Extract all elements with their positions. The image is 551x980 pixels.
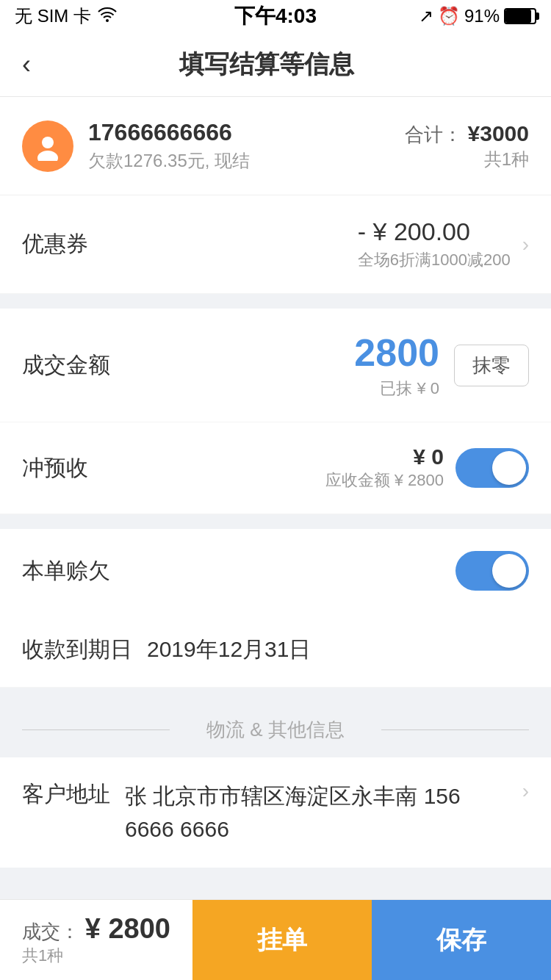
round-button[interactable]: 抹零 (454, 345, 529, 386)
bottom-count: 共1种 (22, 945, 170, 967)
wifi-icon (97, 6, 118, 26)
logistics-text: 物流 & 其他信息 (206, 717, 345, 743)
coupon-row[interactable]: 优惠券 - ¥ 200.00 全场6折满1000减200 › (0, 195, 551, 294)
svg-point-1 (37, 151, 58, 161)
customer-phone: 17666666666 (88, 119, 250, 146)
bottom-bar: 成交： ¥ 2800 共1种 挂单 保存 (0, 899, 551, 980)
nav-bar: ‹ 填写结算等信息 (0, 32, 551, 97)
total-count: 共1种 (405, 148, 529, 171)
prepay-toggle[interactable] (455, 448, 529, 488)
battery-icon (504, 8, 536, 24)
amount-section: 成交金额 2800 已抹 ¥ 0 抹零 冲预收 ¥ 0 应收金额 ¥ 2800 (0, 309, 551, 514)
coupon-label: 优惠券 (22, 229, 88, 259)
prepay-value: ¥ 0 (325, 444, 444, 469)
status-right: ↗ ⏰ 91% (419, 6, 536, 26)
amount-sub: 已抹 ¥ 0 (354, 378, 439, 400)
total-value: ¥3000 (468, 121, 529, 145)
status-time: 下午4:03 (234, 2, 317, 30)
hang-single-button[interactable]: 挂单 (192, 900, 372, 980)
customer-card: 17666666666 欠款1276.35元, 现结 合计： ¥3000 共1种 (0, 97, 551, 195)
address-chevron: › (522, 779, 529, 803)
section-divider-2 (0, 514, 551, 529)
due-date-label: 收款到期日 (22, 635, 132, 665)
toggle-knob (492, 451, 526, 485)
back-button[interactable]: ‹ (22, 49, 31, 80)
content-area: 17666666666 欠款1276.35元, 现结 合计： ¥3000 共1种… (0, 97, 551, 980)
coupon-desc: 全场6折满1000减200 (358, 249, 511, 271)
due-date-value: 2019年12月31日 (147, 635, 311, 665)
battery-percent: 91% (464, 6, 500, 26)
amount-row: 成交金额 2800 已抹 ¥ 0 抹零 (0, 309, 551, 422)
total-label: 合计： (405, 123, 462, 145)
bottom-amount: ¥ 2800 (85, 913, 170, 944)
section-divider-3 (0, 688, 551, 702)
coupon-chevron: › (522, 233, 529, 256)
status-bar: 无 SIM 卡 下午4:03 ↗ ⏰ 91% (0, 0, 551, 32)
address-label: 客户地址 (22, 779, 110, 810)
coupon-value: - ¥ 200.00 (358, 217, 511, 246)
address-row[interactable]: 客户地址 张 北京市市辖区海淀区永丰南 156 6666 6666 › (0, 757, 551, 868)
avatar (22, 120, 73, 172)
save-button[interactable]: 保存 (372, 900, 551, 980)
svg-point-0 (42, 137, 54, 148)
debt-row: 本单赊欠 (0, 529, 551, 613)
prepay-sub: 应收金额 ¥ 2800 (325, 469, 444, 491)
prepay-label: 冲预收 (22, 453, 88, 483)
amount-value: 2800 (354, 331, 439, 375)
address-value: 张 北京市市辖区海淀区永丰南 156 6666 6666 (125, 779, 508, 846)
section-divider-1 (0, 294, 551, 309)
debt-toggle-knob (492, 554, 526, 588)
bottom-label: 成交： (22, 920, 79, 943)
due-date-row: 收款到期日 2019年12月31日 (0, 613, 551, 688)
prepay-row: 冲预收 ¥ 0 应收金额 ¥ 2800 (0, 422, 551, 514)
page-title: 填写结算等信息 (46, 48, 488, 82)
location-icon: ↗ (419, 6, 433, 26)
bottom-summary: 成交： ¥ 2800 共1种 (0, 913, 192, 967)
logistics-divider: 物流 & 其他信息 (0, 702, 551, 757)
customer-debt: 欠款1276.35元, 现结 (88, 149, 250, 173)
amount-label: 成交金额 (22, 350, 110, 381)
carrier-text: 无 SIM 卡 (15, 4, 91, 28)
status-left: 无 SIM 卡 (15, 4, 118, 28)
debt-label: 本单赊欠 (22, 556, 110, 586)
debt-toggle[interactable] (455, 551, 529, 591)
alarm-icon: ⏰ (438, 6, 460, 26)
